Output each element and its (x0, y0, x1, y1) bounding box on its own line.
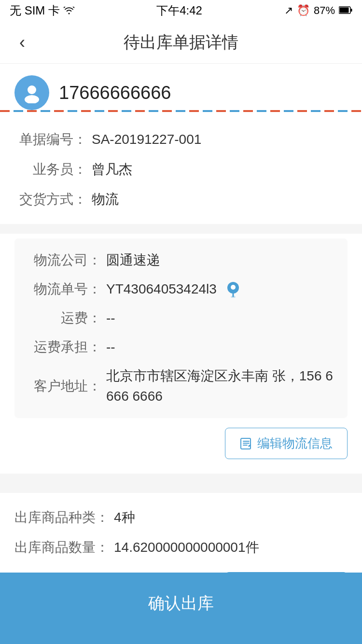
section-divider (0, 483, 362, 493)
logistics-company-label: 物流公司： (29, 250, 106, 270)
status-right: ↗ ⏰ 87% (284, 4, 352, 17)
svg-rect-8 (241, 438, 251, 449)
logistics-section: 物流公司： 圆通速递 物流单号： YT43064053424l3 运费： -- … (0, 234, 362, 474)
doc-number-label: 单据编号： (14, 129, 92, 150)
delivery-row: 交货方式： 物流 (14, 189, 348, 210)
svg-point-7 (231, 296, 236, 298)
page-title: 待出库单据详情 (124, 31, 238, 54)
battery-text: 87% (314, 4, 335, 17)
nav-bar: ‹ 待出库单据详情 (0, 21, 362, 64)
address-label: 客户地址： (29, 376, 106, 396)
confirm-button-area: 确认出库 (0, 573, 362, 644)
goods-qty-value: 14.620000000000001件 (114, 537, 348, 558)
svg-rect-2 (340, 8, 349, 13)
delivery-value: 物流 (92, 189, 348, 210)
confirm-outbound-button[interactable]: 确认出库 (14, 582, 348, 625)
doc-number-value: SA-20191227-001 (92, 129, 348, 150)
freight-bear-value: -- (106, 337, 333, 357)
dashed-divider (0, 110, 362, 115)
document-info-card: 单据编号： SA-20191227-001 业务员： 曾凡杰 交货方式： 物流 (0, 115, 362, 224)
status-time: 下午4:42 (156, 3, 202, 18)
status-bar: 无 SIM 卡 下午4:42 ↗ ⏰ 87% (0, 0, 362, 21)
freight-value: -- (106, 308, 333, 328)
logistics-company-row: 物流公司： 圆通速递 (29, 250, 333, 270)
freight-bear-row: 运费承担： -- (29, 337, 333, 357)
logistics-tracking-label: 物流单号： (29, 279, 106, 299)
location-pin-icon (224, 280, 242, 298)
staff-row: 业务员： 曾凡杰 (14, 159, 348, 180)
goods-type-label: 出库商品种类： (14, 507, 114, 528)
logistics-card: 物流公司： 圆通速递 物流单号： YT43064053424l3 运费： -- … (14, 238, 348, 418)
edit-logistics-button[interactable]: 编辑物流信息 (225, 428, 348, 459)
doc-number-row: 单据编号： SA-20191227-001 (14, 129, 348, 150)
avatar (14, 75, 49, 110)
goods-qty-label: 出库商品数量： (14, 537, 114, 558)
back-button[interactable]: ‹ (14, 28, 30, 57)
address-row: 客户地址： 北京市市辖区海淀区永丰南 张，156 6666 6666 (29, 366, 333, 406)
goods-type-value: 4种 (114, 507, 348, 528)
phone-header: 17666666666 (0, 64, 362, 110)
delivery-label: 交货方式： (14, 189, 92, 210)
address-value: 北京市市辖区海淀区永丰南 张，156 6666 6666 (106, 366, 333, 406)
logistics-company-value: 圆通速递 (106, 250, 333, 270)
svg-rect-1 (351, 9, 352, 12)
staff-label: 业务员： (14, 159, 92, 180)
svg-point-4 (25, 95, 39, 103)
freight-row: 运费： -- (29, 308, 333, 328)
phone-number: 17666666666 (59, 83, 171, 103)
logistics-tracking-row: 物流单号： YT43064053424l3 (29, 279, 333, 299)
battery-icon (339, 4, 352, 17)
staff-value: 曾凡杰 (92, 159, 348, 180)
logistics-tracking-value: YT43064053424l3 (106, 279, 333, 299)
alarm-icon: ⏰ (297, 4, 310, 17)
goods-qty-row: 出库商品数量： 14.620000000000001件 (14, 537, 348, 558)
freight-label: 运费： (29, 308, 106, 328)
svg-point-3 (28, 85, 36, 94)
sim-text: 无 SIM 卡 (10, 3, 60, 18)
status-left: 无 SIM 卡 (10, 3, 74, 18)
edit-icon (240, 437, 252, 450)
svg-point-6 (231, 285, 236, 290)
freight-bear-label: 运费承担： (29, 337, 106, 357)
location-icon: ↗ (284, 4, 293, 17)
wifi-icon (64, 4, 74, 17)
edit-button-area: 编辑物流信息 (14, 428, 348, 459)
goods-type-row: 出库商品种类： 4种 (14, 507, 348, 528)
